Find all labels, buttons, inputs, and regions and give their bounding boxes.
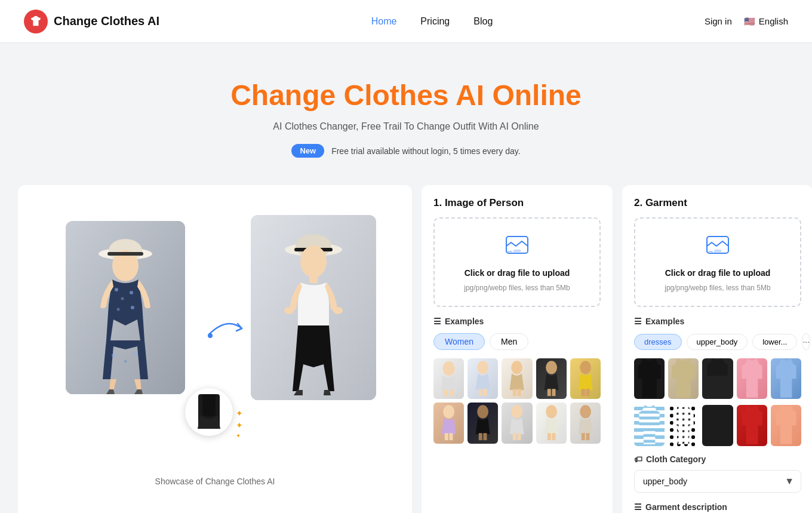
- garment-preview-svg: [195, 394, 223, 430]
- svg-point-50: [546, 406, 557, 419]
- garment-upload-area[interactable]: Click or drag file to upload jpg/png/web…: [634, 217, 801, 307]
- person-example-6[interactable]: [433, 403, 464, 443]
- person-example-5[interactable]: [570, 358, 601, 399]
- main-content: ✦ ✦ ✦ Showcase of Change Clothes AI 1. I…: [0, 176, 812, 513]
- svg-point-12: [134, 352, 138, 355]
- garment-thumb-2[interactable]: [668, 358, 699, 399]
- cloth-category-section: 🏷 Cloth Category upper_body lower_body d…: [634, 454, 801, 493]
- person-example-4[interactable]: [536, 358, 567, 399]
- garment-thumb-4[interactable]: [737, 358, 767, 399]
- svg-point-53: [580, 406, 591, 419]
- tab-men[interactable]: Men: [490, 333, 528, 350]
- svg-point-29: [477, 361, 488, 374]
- svg-rect-45: [479, 433, 482, 440]
- garment-thumb-8[interactable]: [702, 405, 733, 446]
- garment-desc-icon: ☰: [634, 502, 642, 512]
- person-tabs: Women Men: [433, 333, 601, 350]
- svg-point-32: [512, 361, 523, 374]
- examples-icon: ☰: [433, 317, 441, 326]
- svg-rect-27: [444, 390, 448, 396]
- person-example-2[interactable]: [467, 358, 498, 399]
- header-right: Sign in 🇺🇸 English: [705, 16, 788, 27]
- tab-women[interactable]: Women: [433, 333, 485, 350]
- svg-rect-37: [552, 389, 555, 396]
- category-select[interactable]: upper_body lower_body dresses: [634, 470, 801, 493]
- garment-thumb-6[interactable]: [634, 405, 665, 446]
- language-selector[interactable]: 🇺🇸 English: [744, 16, 788, 27]
- garment-thumb-9[interactable]: [737, 405, 767, 446]
- person-after-image: [251, 215, 376, 400]
- garment-examples-icon: ☰: [634, 317, 642, 326]
- hero-badge-row: New Free trial available without login, …: [12, 144, 800, 158]
- person-example-1[interactable]: [433, 358, 464, 399]
- garment-tab-lower[interactable]: lower...: [752, 334, 797, 350]
- garment-upload-text: Click or drag file to upload: [665, 268, 771, 278]
- svg-point-21: [333, 307, 343, 314]
- svg-rect-19: [309, 275, 318, 283]
- person-before-image: [66, 221, 185, 394]
- svg-point-47: [512, 406, 523, 419]
- cloth-category-text: Cloth Category: [646, 454, 706, 464]
- svg-rect-42: [445, 433, 448, 440]
- person-example-10[interactable]: [570, 403, 601, 443]
- svg-point-13: [208, 333, 213, 338]
- svg-rect-54: [582, 433, 585, 440]
- person-upload-area[interactable]: Click or drag file to upload jpg/png/web…: [433, 217, 601, 307]
- showcase-label: Showcase of Change Clothes AI: [155, 477, 275, 486]
- image-panel-title: 1. Image of Person: [433, 197, 601, 209]
- person-example-7[interactable]: [467, 403, 498, 443]
- svg-rect-58: [714, 250, 721, 252]
- person-before-svg: [66, 221, 185, 394]
- garment-tabs: dresses upper_body lower... ···: [634, 333, 801, 350]
- garment-tabs-more[interactable]: ···: [802, 333, 810, 350]
- person-example-3[interactable]: [502, 358, 532, 399]
- garment-examples-title: ☰ Examples: [634, 317, 801, 326]
- garment-upload-subtext: jpg/png/webp files, less than 5Mb: [665, 284, 770, 292]
- svg-point-10: [112, 354, 115, 357]
- logo-text: Change Clothes AI: [54, 14, 159, 28]
- garment-thumb-1[interactable]: [634, 358, 665, 399]
- person-upload-text: Click or drag file to upload: [465, 268, 570, 278]
- garment-tab-dresses[interactable]: dresses: [634, 334, 682, 350]
- garment-thumb-3[interactable]: [702, 358, 733, 399]
- svg-rect-48: [513, 433, 516, 440]
- svg-rect-34: [518, 389, 521, 396]
- garment-thumb-5[interactable]: [771, 358, 801, 399]
- examples-title: ☰ Examples: [433, 317, 601, 326]
- person-example-grid: [433, 358, 601, 444]
- svg-point-20: [284, 307, 294, 314]
- svg-point-38: [580, 361, 591, 374]
- person-example-9[interactable]: [536, 403, 567, 443]
- garment-grid-row1: [634, 358, 801, 399]
- garment-thumb-10[interactable]: [771, 405, 801, 446]
- svg-rect-52: [552, 433, 555, 440]
- svg-point-44: [477, 406, 488, 419]
- svg-rect-24: [508, 251, 512, 252]
- logo-icon: [24, 10, 48, 33]
- flag-icon: 🇺🇸: [744, 16, 755, 27]
- nav-pricing[interactable]: Pricing: [420, 16, 450, 27]
- svg-rect-31: [484, 389, 487, 396]
- svg-point-6: [121, 297, 124, 300]
- arrow-svg: [203, 311, 251, 346]
- garment-panel-title: 2. Garment: [634, 197, 801, 209]
- showcase-images: ✦ ✦ ✦: [30, 197, 400, 472]
- garment-examples-label: Examples: [645, 317, 684, 326]
- transition-arrow: [203, 311, 251, 351]
- new-badge: New: [291, 144, 324, 158]
- language-label: English: [759, 16, 788, 26]
- person-example-8[interactable]: [502, 403, 532, 443]
- image-of-person-panel: 1. Image of Person Click or drag file to…: [422, 185, 613, 513]
- sign-in-button[interactable]: Sign in: [705, 16, 732, 26]
- nav-blog[interactable]: Blog: [473, 16, 493, 27]
- garment-thumb-7[interactable]: [668, 405, 699, 446]
- svg-rect-55: [586, 433, 589, 440]
- person-upload-subtext: jpg/png/webp files, less than 5Mb: [464, 284, 570, 292]
- svg-rect-39: [582, 389, 585, 396]
- examples-label: Examples: [445, 317, 484, 326]
- cloth-category-label: 🏷 Cloth Category: [634, 454, 801, 464]
- svg-point-7: [130, 291, 133, 294]
- nav-home[interactable]: Home: [371, 16, 397, 27]
- svg-point-5: [115, 288, 118, 291]
- garment-tab-upper-body[interactable]: upper_body: [687, 334, 748, 350]
